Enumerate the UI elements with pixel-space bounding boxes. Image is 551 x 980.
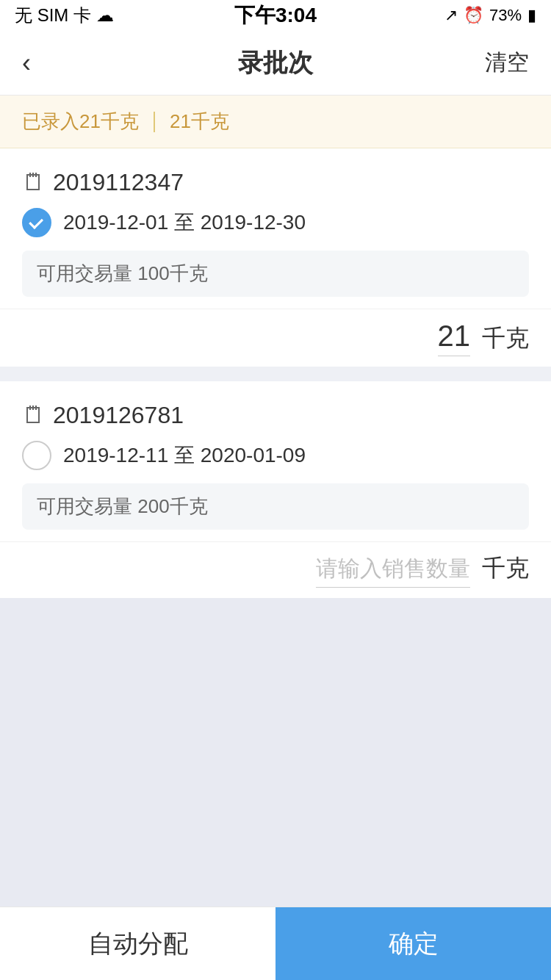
radio-2[interactable]	[22, 441, 51, 470]
batch-icon-1: 🗒	[22, 169, 46, 196]
confirm-button[interactable]: 确定	[276, 907, 551, 980]
card-2-date: 2019-12-11 至 2020-01-09	[63, 442, 306, 469]
radio-1[interactable]	[22, 208, 51, 237]
card-1-amount-row: 21 千克	[0, 309, 551, 367]
card-2-input[interactable]: 请输入销售数量	[316, 554, 470, 588]
status-time: 下午3:04	[234, 1, 317, 29]
card-2-header: 🗒 2019126781	[0, 381, 551, 436]
batch-id-1: 2019112347	[53, 169, 184, 196]
bottom-bar: 自动分配 确定	[0, 907, 551, 980]
status-left: 无 SIM 卡 ☁	[15, 4, 114, 27]
page-title: 录批次	[238, 46, 313, 80]
info-bar: 已录入21千克 21千克	[0, 96, 551, 148]
card-2-unit: 千克	[482, 552, 529, 585]
batch-id-2: 2019126781	[53, 402, 184, 429]
batch-card-1: 🗒 2019112347 2019-12-01 至 2019-12-30 可用交…	[0, 148, 551, 367]
auto-distribute-button[interactable]: 自动分配	[0, 907, 276, 980]
card-2-date-row[interactable]: 2019-12-11 至 2020-01-09	[0, 436, 551, 478]
card-2-availability: 可用交易量 200千克	[22, 483, 529, 530]
status-right: ↗ ⏰ 73% ▮	[444, 6, 536, 25]
total-info: 21千克	[170, 109, 229, 134]
info-divider	[154, 112, 155, 132]
battery-label: 73%	[489, 6, 522, 25]
empty-area	[0, 598, 551, 907]
card-1-amount[interactable]: 21	[438, 320, 471, 356]
back-button[interactable]: ‹	[22, 48, 31, 79]
card-2-input-row: 请输入销售数量 千克	[0, 541, 551, 598]
card-1-header: 🗒 2019112347	[0, 148, 551, 203]
card-1-date-row[interactable]: 2019-12-01 至 2019-12-30	[0, 203, 551, 245]
alarm-icon: ⏰	[464, 6, 483, 25]
location-icon: ↗	[444, 6, 458, 25]
card-1-date: 2019-12-01 至 2019-12-30	[63, 209, 306, 237]
sim-label: 无 SIM 卡 ☁	[15, 4, 114, 27]
battery-icon: ▮	[527, 6, 536, 25]
card-separator	[0, 367, 551, 381]
status-bar: 无 SIM 卡 ☁ 下午3:04 ↗ ⏰ 73% ▮	[0, 0, 551, 31]
card-1-availability: 可用交易量 100千克	[22, 251, 529, 297]
batch-card-2: 🗒 2019126781 2019-12-11 至 2020-01-09 可用交…	[0, 381, 551, 598]
nav-bar: ‹ 录批次 清空	[0, 31, 551, 96]
recorded-info: 已录入21千克	[22, 109, 139, 134]
clear-button[interactable]: 清空	[485, 48, 529, 78]
card-1-unit: 千克	[482, 323, 529, 355]
batch-icon-2: 🗒	[22, 402, 46, 429]
